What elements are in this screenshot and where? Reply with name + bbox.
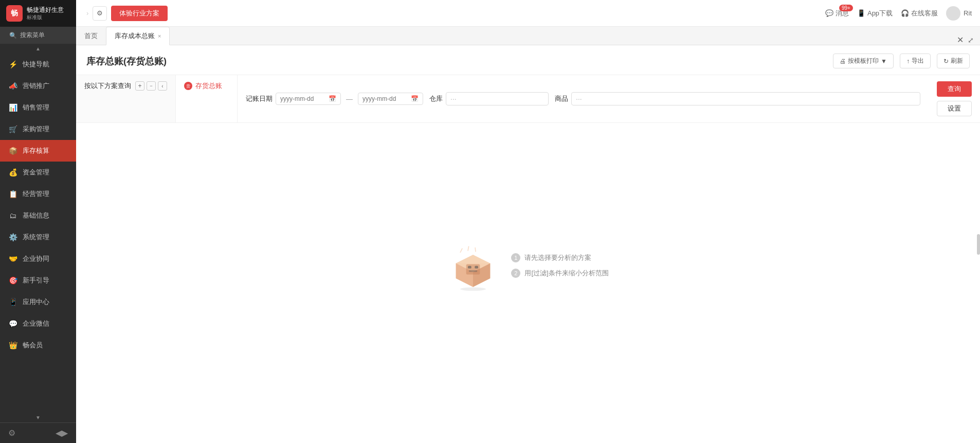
export-button[interactable]: ↑ 导出 <box>900 54 931 68</box>
sidebar-item-appstore[interactable]: 📱 应用中心 <box>0 291 76 313</box>
collapse-icon[interactable]: ◀▶ <box>56 428 68 438</box>
date-filter-field: 记账日期 📅 — 📅 <box>246 93 423 105</box>
sidebar-item-wechat[interactable]: 💬 企业微信 <box>0 313 76 334</box>
svg-line-12 <box>460 248 462 252</box>
filter-schemes: 货 存货总账 <box>176 75 238 122</box>
filter-expand-button[interactable]: ‹ <box>158 81 167 91</box>
warehouse-input-wrap[interactable]: ··· <box>446 92 549 105</box>
app-download-button[interactable]: 📱 App下载 <box>857 9 893 18</box>
filter-area: 按以下方案查询 + － ‹ 货 存货总账 <box>76 75 980 123</box>
date-end-input-wrap: 📅 <box>358 93 423 105</box>
message-badge: 99+ <box>839 5 853 11</box>
sidebar-item-basic[interactable]: 🗂 基础信息 <box>0 205 76 226</box>
date-start-input[interactable] <box>280 95 326 102</box>
marketing-icon: 📣 <box>8 82 17 90</box>
svg-point-11 <box>460 287 486 291</box>
wechat-icon: 💬 <box>8 320 17 328</box>
resize-button[interactable]: ⤢ <box>968 36 974 44</box>
empty-tips: 1 请先选择要分析的方案 2 用[过滤]条件来缩小分析范围 <box>511 253 608 278</box>
enterprise-icon: 🤝 <box>8 255 17 263</box>
finance-icon: 💰 <box>8 168 17 176</box>
calendar-start-icon[interactable]: 📅 <box>329 95 336 102</box>
scheme-inventory-ledger[interactable]: 货 存货总账 <box>184 81 229 91</box>
purchase-icon: 🛒 <box>8 125 17 133</box>
empty-tip-1: 1 请先选择要分析的方案 <box>511 253 608 262</box>
message-icon: 💬 <box>825 9 833 17</box>
svg-rect-7 <box>466 264 480 274</box>
sidebar-search[interactable]: 🔍 搜索菜单 <box>0 27 76 44</box>
filter-action-buttons: 查询 设置 <box>929 75 980 122</box>
close-panel-button[interactable]: ✕ <box>957 35 964 45</box>
dropdown-icon: ▼ <box>881 58 887 65</box>
tip-number-2: 2 <box>511 269 520 278</box>
date-label: 记账日期 <box>246 94 273 103</box>
tabbar: 首页 库存成本总账 × ✕ ⤢ <box>76 27 980 45</box>
sidebar-item-finance[interactable]: 💰 资金管理 <box>0 162 76 183</box>
empty-state-content: 1 请先选择要分析的方案 2 用[过滤]条件来缩小分析范围 <box>447 240 608 291</box>
refresh-button[interactable]: ↻ 刷新 <box>937 54 970 68</box>
settings-button[interactable]: 设置 <box>937 101 972 116</box>
tab-home[interactable]: 首页 <box>76 27 106 45</box>
svg-rect-9 <box>475 265 479 268</box>
goods-label: 商品 <box>555 94 568 103</box>
settings-icon[interactable]: ⚙ <box>8 428 15 438</box>
sidebar-scroll-up[interactable]: ▲ <box>0 44 76 54</box>
user-name: Rit <box>964 9 972 17</box>
sidebar-item-inventory[interactable]: 📦 库存核算 <box>0 140 76 162</box>
sidebar-item-system[interactable]: ⚙️ 系统管理 <box>0 226 76 248</box>
app-logo: 畅 畅捷通好生意 标准版 <box>0 0 76 27</box>
svg-rect-10 <box>469 270 478 272</box>
header-actions: 🖨 按模板打印 ▼ ↑ 导出 ↻ 刷新 <box>833 54 970 68</box>
user-avatar[interactable]: Rit <box>946 6 972 21</box>
sales-icon: 📊 <box>8 103 17 112</box>
goods-input-wrap[interactable]: ··· <box>571 92 920 105</box>
sidebar-item-sales[interactable]: 📊 销售管理 <box>0 97 76 118</box>
messages-button[interactable]: 💬 消息 99+ <box>825 9 849 18</box>
svg-line-14 <box>476 247 476 252</box>
goods-more-button[interactable]: ··· <box>576 95 582 103</box>
tab-inventory-ledger[interactable]: 库存成本总账 × <box>106 27 170 45</box>
filter-actions: + － ‹ <box>135 81 167 91</box>
filter-collapse-button[interactable]: － <box>147 81 156 91</box>
tab-close-button[interactable]: × <box>158 33 161 39</box>
svg-line-13 <box>468 246 469 251</box>
headset-icon: 🎧 <box>901 9 909 17</box>
filter-add-button[interactable]: + <box>135 81 144 91</box>
shortcut-icon: ⚡ <box>8 60 17 68</box>
sidebar-item-operation[interactable]: 📋 经营管理 <box>0 183 76 205</box>
date-start-input-wrap: 📅 <box>276 93 341 105</box>
sidebar-item-purchase[interactable]: 🛒 采购管理 <box>0 118 76 140</box>
sidebar-nav: ⚡ 快捷导航 📣 营销推广 📊 销售管理 🛒 采购管理 📦 库存核算 💰 资金管… <box>0 54 76 413</box>
sidebar-item-shortcut[interactable]: ⚡ 快捷导航 <box>0 54 76 75</box>
topbar-left: ​ › ⚙ 体验行业方案 <box>84 6 168 21</box>
sidebar: 畅 畅捷通好生意 标准版 🔍 搜索菜单 ▲ ⚡ 快捷导航 📣 营销推广 📊 销售… <box>0 0 76 443</box>
basic-icon: 🗂 <box>8 211 17 220</box>
filter-label-section: 按以下方案查询 + － ‹ <box>76 75 176 122</box>
app-name: 畅捷通好生意 标准版 <box>27 6 64 21</box>
date-separator: — <box>346 95 353 103</box>
industry-solution-button[interactable]: 体验行业方案 <box>111 6 168 21</box>
newbie-icon: 🎯 <box>8 276 17 285</box>
page-header: 库存总账(存货总账) 🖨 按模板打印 ▼ ↑ 导出 ↻ 刷新 <box>76 45 980 75</box>
page-title: 库存总账(存货总账) <box>86 55 167 67</box>
online-service-button[interactable]: 🎧 在线客服 <box>901 9 938 18</box>
svg-text:货: 货 <box>186 84 190 88</box>
settings-gear-button[interactable]: ⚙ <box>93 6 107 21</box>
empty-tip-2: 2 用[过滤]条件来缩小分析范围 <box>511 269 608 278</box>
sidebar-item-enterprise[interactable]: 🤝 企业协同 <box>0 248 76 270</box>
calendar-end-icon[interactable]: 📅 <box>411 95 419 102</box>
warehouse-more-button[interactable]: ··· <box>450 95 457 103</box>
breadcrumb: ​ › <box>84 9 88 17</box>
print-button[interactable]: 🖨 按模板打印 ▼ <box>833 54 894 68</box>
scroll-indicator[interactable] <box>977 234 980 255</box>
sidebar-item-newbie[interactable]: 🎯 新手引导 <box>0 270 76 291</box>
sidebar-item-member[interactable]: 👑 畅会员 <box>0 334 76 356</box>
sidebar-item-marketing[interactable]: 📣 营销推广 <box>0 75 76 97</box>
sidebar-scroll-down[interactable]: ▼ <box>0 413 76 422</box>
query-button[interactable]: 查询 <box>937 81 972 97</box>
warehouse-label: 仓库 <box>429 94 443 103</box>
sidebar-footer: ⚙ ◀▶ <box>0 422 76 443</box>
appstore-icon: 📱 <box>8 298 17 306</box>
date-end-input[interactable] <box>362 95 409 102</box>
export-icon: ↑ <box>906 58 910 65</box>
